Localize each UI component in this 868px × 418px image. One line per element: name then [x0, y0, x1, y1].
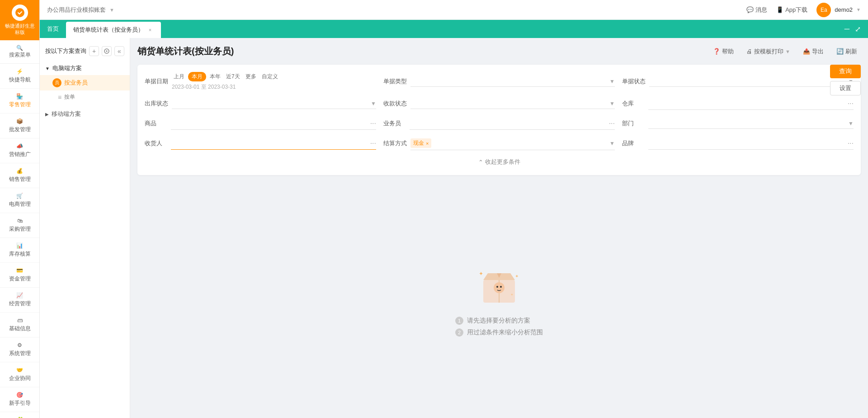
tab-close-icon[interactable]: ×: [146, 26, 154, 33]
print-btn[interactable]: 🖨 按模板打印 ▼: [743, 46, 794, 57]
filter-field-receipt-status: 收款状态 ▼: [383, 96, 615, 111]
filter-row-4: 收货人 ··· 结算方式: [145, 136, 854, 151]
payment-tag-close[interactable]: ×: [426, 141, 429, 146]
step1-num: 1: [455, 317, 463, 325]
salesman-select[interactable]: ···: [410, 118, 615, 130]
page-title: 销货单统计表(按业务员): [137, 45, 234, 57]
empty-text: 1 请先选择要分析的方案 2 用过滤条件来缩小分析范围: [455, 317, 543, 337]
filter-row-1: 单据日期 上月 本月 本年 近7天 更多 自定义 20: [145, 72, 854, 91]
logo-icon: [12, 5, 28, 21]
settings-btn[interactable]: 设置: [830, 81, 861, 95]
sidebar-logo[interactable]: 畅捷通好生意 标版: [0, 0, 40, 40]
sidebar-search[interactable]: 🔍 搜索菜单: [0, 40, 39, 64]
sidebar-item-inventory[interactable]: 📊 库存核算: [0, 238, 39, 263]
ecommerce-label: 电商管理: [9, 200, 31, 208]
sidebar-item-ecommerce[interactable]: 🛒 电商管理: [0, 188, 39, 213]
date-tab-custom[interactable]: 自定义: [260, 72, 280, 81]
receipt-status-label: 收款状态: [383, 100, 407, 108]
goods-dots[interactable]: ···: [370, 119, 376, 128]
sidebar-item-wholesale[interactable]: 📦 批发管理: [0, 114, 39, 138]
username-label: demo2: [835, 6, 853, 13]
sidebar-item-finance[interactable]: 💳 资金管理: [0, 263, 39, 288]
add-scheme-btn[interactable]: +: [89, 46, 99, 56]
sidebar-item-purchase[interactable]: 🛍 采购管理: [0, 213, 39, 238]
collapse-panel-btn[interactable]: «: [114, 46, 124, 56]
sidebar-item-sales[interactable]: 💰 销售管理: [0, 163, 39, 188]
department-chevron-icon: ▼: [848, 120, 854, 127]
date-tab-this-year[interactable]: 本年: [208, 72, 222, 81]
tab-home[interactable]: 首页: [40, 20, 66, 38]
newbie-label: 新手引导: [9, 399, 31, 407]
logo-text: 畅捷通好生意 标版: [2, 23, 38, 36]
mobile-scheme-header[interactable]: ▶ 移动端方案: [40, 107, 130, 121]
out-status-select[interactable]: ▼: [172, 99, 376, 109]
user-area[interactable]: Ea demo2 ▼: [816, 3, 861, 17]
consignee-select[interactable]: ···: [171, 138, 376, 150]
warehouse-dots[interactable]: ···: [848, 100, 854, 108]
edit-scheme-btn[interactable]: [102, 46, 112, 56]
collapse-btn[interactable]: ⌃ 收起更多条件: [473, 156, 526, 168]
tab-active[interactable]: 销货单统计表（按业务员） ×: [66, 22, 161, 38]
date-tab-7days[interactable]: 近7天: [224, 72, 242, 81]
date-tab-last-month[interactable]: 上月: [172, 72, 186, 81]
apps-icon: 🧩: [16, 417, 23, 418]
department-select[interactable]: ▼: [648, 119, 854, 129]
panel-title: 按以下方案查询: [45, 47, 86, 55]
finance-icon: 💳: [16, 267, 23, 274]
export-btn[interactable]: 📤 导出: [799, 46, 827, 57]
scheme-item-salesman[interactable]: 员 按业务员: [40, 75, 130, 90]
chevron-down-icon[interactable]: ▼: [109, 7, 114, 13]
scheme-group-header-desktop[interactable]: ▼ 电脑端方案: [40, 62, 130, 75]
filter-field-date: 单据日期 上月 本月 本年 近7天 更多 自定义 20: [145, 72, 376, 91]
svg-text:✦: ✦: [479, 271, 483, 277]
sales-icon: 💰: [16, 168, 23, 174]
filter-card: 单据日期 上月 本月 本年 近7天 更多 自定义 20: [137, 65, 861, 175]
filter-field-doc-type: 单据类型 ▼: [383, 74, 615, 89]
department-label: 部门: [622, 119, 645, 128]
sidebar: 畅捷通好生意 标版 🔍 搜索菜单 ⚡ 快捷导航 🏪 零售管理 📦 批发管理 📣 …: [0, 0, 40, 418]
svg-text:✦: ✦: [510, 293, 514, 297]
system-icon: ⚙: [17, 342, 22, 348]
step2-label: 用过滤条件来缩小分析范围: [467, 328, 543, 337]
desktop-scheme-group: ▼ 电脑端方案 员 按业务员 ≡ 按单: [40, 60, 130, 105]
filter-field-consignee: 收货人 ···: [145, 136, 376, 151]
brand-dots[interactable]: ···: [848, 139, 854, 147]
print-icon: 🖨: [746, 48, 752, 55]
goods-select[interactable]: ···: [171, 118, 376, 130]
sidebar-item-enterprise[interactable]: 🤝 企业协同: [0, 362, 39, 387]
sidebar-item-newbie[interactable]: 🎯 新手引导: [0, 387, 39, 412]
sidebar-item-marketing[interactable]: 📣 营销推广: [0, 138, 39, 163]
wholesale-label: 批发管理: [9, 126, 31, 133]
doc-status-select[interactable]: ▼: [649, 76, 854, 87]
payment-select[interactable]: 现金 × ▼: [410, 137, 615, 150]
messages-btn[interactable]: 💬 消息: [746, 6, 767, 14]
tab-maximize-icon[interactable]: ⤢: [853, 23, 863, 35]
sub-scheme-item-order[interactable]: ≡ 按单: [40, 90, 130, 104]
quick-nav-label: 快捷导航: [9, 76, 31, 84]
empty-illustration: ✦ ✦ ✦: [472, 255, 526, 309]
refresh-btn[interactable]: 🔄 刷新: [833, 46, 861, 57]
svg-point-4: [494, 282, 505, 293]
help-btn[interactable]: ❓ 帮助: [709, 46, 737, 57]
receipt-status-select[interactable]: ▼: [410, 99, 615, 109]
sidebar-item-basic[interactable]: 🗃 基础信息: [0, 313, 39, 337]
date-tab-more[interactable]: 更多: [244, 72, 258, 81]
tab-minimize-icon[interactable]: ─: [843, 23, 851, 35]
app-download-btn[interactable]: 📱 App下载: [776, 6, 807, 14]
consignee-dots[interactable]: ···: [370, 139, 376, 147]
order-icon: ≡: [58, 94, 61, 101]
date-tab-this-month[interactable]: 本月: [188, 72, 206, 81]
filter-row-3: 商品 ··· 业务员 ···: [145, 116, 854, 131]
salesman-dots[interactable]: ···: [609, 119, 615, 128]
sidebar-item-apps[interactable]: 🧩 应用中心: [0, 412, 39, 418]
warehouse-select[interactable]: ···: [648, 98, 854, 110]
query-btn[interactable]: 查询: [830, 65, 861, 78]
current-db-label: 办公用品行业模拟账套: [47, 6, 106, 14]
doc-type-select[interactable]: ▼: [410, 76, 615, 87]
filter-area-wrapper: 单据日期 上月 本月 本年 近7天 更多 自定义 20: [137, 65, 861, 175]
sidebar-item-operations[interactable]: 📈 经营管理: [0, 288, 39, 313]
sidebar-item-system[interactable]: ⚙ 系统管理: [0, 337, 39, 362]
brand-select[interactable]: ···: [648, 138, 854, 150]
sidebar-item-quick-nav[interactable]: ⚡ 快捷导航: [0, 64, 39, 89]
sidebar-item-retail[interactable]: 🏪 零售管理: [0, 89, 39, 114]
